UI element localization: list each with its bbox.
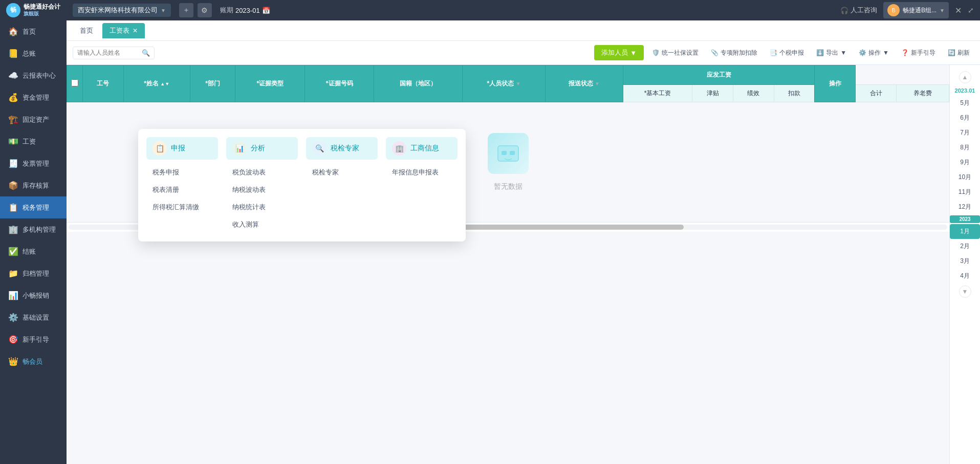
salary-icon: 💵 [8,137,18,146]
expand-icon[interactable]: ⤢ [968,6,974,14]
personal-tax-button[interactable]: 📑 个税申报 [766,47,808,59]
sidebar-item-ledger[interactable]: 📒 总账 [0,42,67,64]
sidebar-item-settle[interactable]: ✅ 结账 [0,240,67,262]
expert-icon: 🔍 [312,141,326,156]
timeline-month-7[interactable]: 7月 [950,125,980,140]
export-button[interactable]: ⬇️ 导出 ▼ [812,47,851,59]
timeline-up-button[interactable]: ▲ [959,71,971,83]
table-checkbox-header[interactable] [67,65,83,102]
table-header-performance: 绩效 [733,85,774,102]
sidebar-item-member[interactable]: 👑 畅会员 [0,350,67,372]
chevron-down-icon: ▼ [161,8,166,13]
menu-tax-stats[interactable]: 纳税统计表 [226,198,298,216]
table-header-name: *姓名 ▲▼ [123,65,190,102]
close-icon[interactable]: ✕ [955,6,962,15]
sidebar-label-cloud: 云报表中心 [23,71,56,80]
support-button[interactable]: 🎧 人工咨询 [840,6,877,15]
sidebar-item-salary[interactable]: 💵 工资 [0,130,67,152]
menu-tax-payment[interactable]: 纳税波动表 [226,181,298,198]
timeline-month-1[interactable]: 1月 [950,224,980,239]
sidebar-label-salary: 工资 [23,137,36,146]
logo-area: 畅 畅捷通好会计 旗舰版 [6,3,73,17]
table-header-total: 合计 [856,85,897,102]
sidebar-item-guide[interactable]: 🎯 新手引导 [0,328,67,350]
menu-tax-declaration[interactable]: 税务申报 [146,164,218,181]
timeline-month-3[interactable]: 3月 [950,254,980,269]
settings-icon[interactable]: ⚙ [198,3,212,17]
business-title: 工商信息 [410,144,439,153]
settle-icon: ✅ [8,247,18,256]
timeline-panel: ▲ 2023.01 5月 6月 7月 8月 9月 10月 11月 12月 202… [949,65,980,464]
timeline-month-12[interactable]: 12月 [950,200,980,214]
table-header-id-type: *证握类型 [235,65,304,102]
social-security-button[interactable]: 🛡️ 统一社保设置 [648,47,703,59]
analysis-header: 📊 分析 [226,137,298,160]
sidebar-item-home[interactable]: 🏠 首页 [0,20,67,42]
tab-salary-table[interactable]: 工资表 ✕ [102,23,145,38]
user-area[interactable]: B 畅捷通B组... ▼ [883,2,949,18]
timeline-month-8[interactable]: 8月 [950,140,980,155]
app-name: 畅捷通好会计 [24,3,60,10]
timeline-month-5[interactable]: 5月 [950,96,980,111]
timeline-month-10[interactable]: 10月 [950,170,980,185]
operation-label: 操作 [868,49,881,57]
sidebar-item-archive[interactable]: 📁 归档管理 [0,262,67,284]
refresh-label: 刷新 [957,49,970,57]
guide-label: 新手引导 [911,49,935,57]
sidebar: 🏠 首页 📒 总账 ☁️ 云报表中心 💰 资金管理 🏗️ 固定资产 💵 工资 🧾… [0,20,67,464]
menu-income-calc[interactable]: 收入测算 [226,216,298,233]
menu-tax-expert[interactable]: 税检专家 [306,164,378,181]
fund-icon: 💰 [8,93,18,102]
export-chevron-icon: ▼ [840,49,846,56]
logo-text-block: 畅捷通好会计 旗舰版 [24,3,60,17]
sidebar-item-settings[interactable]: ⚙️ 基础设置 [0,306,67,328]
search-wrap[interactable]: 🔍 [73,47,155,59]
timeline-year-prev: 2023.01 [950,85,980,96]
timeline-month-11[interactable]: 11月 [950,185,980,200]
sidebar-item-asset[interactable]: 🏗️ 固定资产 [0,108,67,130]
operation-button[interactable]: ⚙️ 操作 ▼ [855,47,893,59]
home-icon: 🏠 [8,27,18,36]
sidebar-item-cloud[interactable]: ☁️ 云报表中心 [0,64,67,86]
sidebar-item-fund[interactable]: 💰 资金管理 [0,86,67,108]
dropdown-col-business: 🏢 工商信息 年报信息申报表 [386,137,458,233]
timeline-month-4[interactable]: 4月 [950,269,980,283]
social-security-icon: 🛡️ [652,49,660,56]
timeline-month-9[interactable]: 9月 [950,155,980,170]
menu-annual-report[interactable]: 年报信息申报表 [386,164,458,181]
svg-rect-1 [502,151,507,155]
top-header: 畅 畅捷通好会计 旗舰版 西安虾米网络科技有限公司 ▼ ＋ ⚙ 账期 2023-… [0,0,980,20]
timeline-down-button[interactable]: ▼ [959,285,971,298]
personal-tax-label: 个税申报 [779,49,804,57]
timeline-month-6[interactable]: 6月 [950,111,980,125]
table-header-id: 工号 [83,65,124,102]
special-deduction-button[interactable]: 📎 专项附加扣除 [707,47,761,59]
select-all-checkbox[interactable] [71,79,78,86]
sidebar-item-invoice[interactable]: 🧾 发票管理 [0,152,67,174]
table-header-dept: *部门 [190,65,235,102]
sidebar-item-multi[interactable]: 🏢 多机构管理 [0,218,67,240]
calendar-icon[interactable]: 📅 [262,7,270,14]
toolbar: 🔍 添加人员 ▼ 🛡️ 统一社保设置 📎 专项附加扣除 📑 个税申报 ⬇️ 导出 [67,41,980,65]
tab-home[interactable]: 首页 [73,23,100,38]
menu-tax-forms[interactable]: 税表清册 [146,181,218,198]
user-name: 畅捷通B组... [903,6,937,15]
tab-close-icon[interactable]: ✕ [133,27,138,34]
expert-title: 税检专家 [331,144,359,153]
company-selector[interactable]: 西安虾米网络科技有限公司 ▼ [73,4,171,17]
company-name: 西安虾米网络科技有限公司 [78,6,158,15]
refresh-button[interactable]: 🔄 刷新 [944,47,974,59]
search-input[interactable] [77,49,139,56]
sidebar-item-tax[interactable]: 📋 税务管理 [0,196,67,218]
add-company-button[interactable]: ＋ [179,3,193,17]
guide-button[interactable]: ❓ 新手引导 [897,47,940,59]
sidebar-item-report[interactable]: 📊 小畅报销 [0,284,67,306]
guide-icon: 🎯 [8,335,18,344]
timeline-month-2[interactable]: 2月 [950,239,980,254]
menu-tax-burden[interactable]: 税负波动表 [226,164,298,181]
menu-tax-settlement[interactable]: 所得税汇算清缴 [146,198,218,216]
add-person-button[interactable]: 添加人员 ▼ [594,45,644,60]
special-deduction-icon: 📎 [711,49,718,56]
dropdown-grid: 📋 申报 税务申报 税表清册 所得税汇算清缴 📊 分析 税负波动表 [146,137,458,233]
sidebar-item-stock[interactable]: 📦 库存核算 [0,174,67,196]
